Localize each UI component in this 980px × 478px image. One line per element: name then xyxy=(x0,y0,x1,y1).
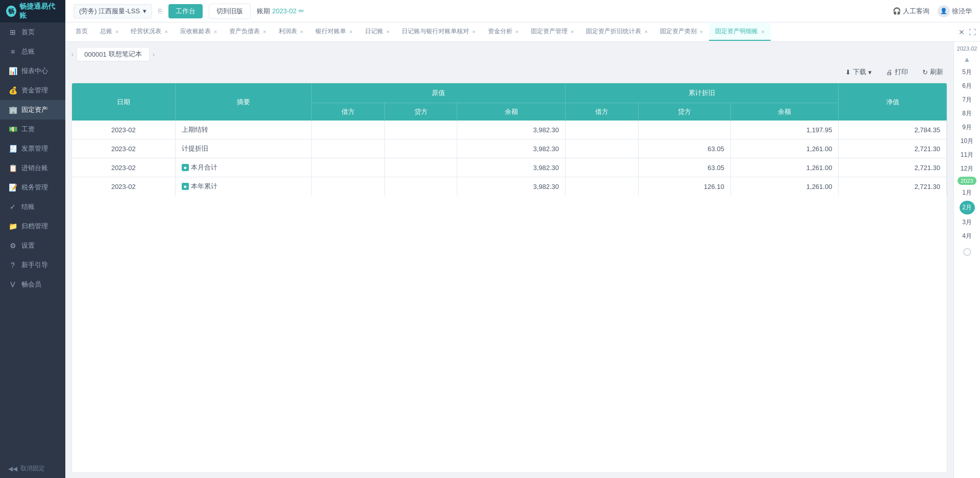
service-link[interactable]: 🎧 人工客询 xyxy=(893,7,929,16)
nav-prev-icon[interactable]: ‹ xyxy=(71,51,74,58)
refresh-button[interactable]: ↻ 刷新 xyxy=(918,65,947,79)
tab-balance-close[interactable]: × xyxy=(263,29,266,35)
asset-tab[interactable]: 000001 联想笔记本 xyxy=(77,47,149,61)
scroll-up-icon[interactable]: ▲ xyxy=(962,53,973,65)
tab-profit-close[interactable]: × xyxy=(300,29,303,35)
tab-fund-analysis-close[interactable]: × xyxy=(516,29,519,35)
sidebar-unfix-button[interactable]: ◀◀ 取消固定 xyxy=(0,459,65,478)
fund-icon: 💰 xyxy=(8,86,17,94)
tab-fixed-mgmt[interactable]: 固定资产管理 × xyxy=(525,23,580,41)
time-month-1[interactable]: 1月 xyxy=(954,186,980,200)
avatar: 👤 xyxy=(938,5,950,17)
sub-nav: ‹ 000001 联想笔记本 › xyxy=(71,47,947,61)
sidebar-item-home[interactable]: ⊞ 首页 xyxy=(0,22,65,42)
sidebar-item-member[interactable]: V 畅会员 xyxy=(0,275,65,294)
guide-icon: ? xyxy=(8,261,17,269)
topbar-right: 🎧 人工客询 👤 徐泾华 xyxy=(893,5,972,17)
tab-bank-journal[interactable]: 日记账与银行对账单核对 × xyxy=(396,23,481,41)
tab-journal-close[interactable]: × xyxy=(386,29,389,35)
time-month-10[interactable]: 10月 xyxy=(954,134,980,148)
tab-bank-journal-close[interactable]: × xyxy=(472,29,475,35)
tab-management-close[interactable]: × xyxy=(164,29,167,35)
tab-bank-journal-label: 日记账与银行对账单核对 xyxy=(402,27,469,36)
tab-fixed-depreciation[interactable]: 固定资产折旧统计表 × xyxy=(580,23,653,41)
print-button[interactable]: 🖨 打印 xyxy=(882,65,912,79)
tab-fixed-detail-close[interactable]: × xyxy=(761,29,764,35)
user-menu[interactable]: 👤 徐泾华 xyxy=(938,5,972,17)
sidebar-item-settings[interactable]: ⚙ 设置 xyxy=(0,236,65,255)
nav-next-icon[interactable]: › xyxy=(153,51,155,58)
cell-orig-credit xyxy=(384,121,457,139)
tab-fixed-depreciation-close[interactable]: × xyxy=(644,29,647,35)
time-month-7[interactable]: 7月 xyxy=(954,93,980,107)
switch-version-button[interactable]: 切到旧版 xyxy=(209,4,251,19)
sidebar-item-fund[interactable]: 💰 资金管理 xyxy=(0,81,65,100)
tab-profit[interactable]: 利润表 × xyxy=(273,23,309,41)
time-month-12[interactable]: 12月 xyxy=(954,162,980,176)
tab-receivable-close[interactable]: × xyxy=(214,29,217,35)
logo-text: 畅捷通易代账 xyxy=(19,2,59,20)
sidebar-item-salary[interactable]: 💵 工资 xyxy=(0,119,65,139)
cell-accum-balance: 1,261.00 xyxy=(730,158,839,177)
company-selector[interactable]: (劳务) 江西服量-LSS ▾ xyxy=(74,4,152,18)
tab-expand-icon[interactable]: ⛶ xyxy=(969,28,976,36)
tab-fixed-category[interactable]: 固定资产类别 × xyxy=(654,23,709,41)
sidebar-item-archive[interactable]: 📁 归档管理 xyxy=(0,217,65,236)
sidebar-item-label: 报表中心 xyxy=(21,66,48,76)
tab-close-all-icon[interactable]: ✕ xyxy=(959,28,965,36)
username: 徐泾华 xyxy=(952,7,972,16)
sidebar-item-fixed-asset[interactable]: 🏢 固定资产 xyxy=(0,100,65,119)
tab-fund-analysis[interactable]: 资金分析 × xyxy=(482,23,525,41)
tab-fixed-category-close[interactable]: × xyxy=(700,29,703,35)
cell-date: 2023-02 xyxy=(72,177,175,196)
cell-orig-debit xyxy=(312,139,385,158)
tab-bank[interactable]: 银行对账单 × xyxy=(309,23,358,41)
cell-accum-balance: 1,197.95 xyxy=(730,121,839,139)
time-month-5[interactable]: 5月 xyxy=(954,65,980,79)
sidebar-item-tax[interactable]: 📝 税务管理 xyxy=(0,178,65,197)
tab-journal[interactable]: 日记账 × xyxy=(359,23,396,41)
time-month-11[interactable]: 11月 xyxy=(954,148,980,162)
tab-home[interactable]: 首页 xyxy=(69,23,94,41)
copy-icon[interactable]: ⎘ xyxy=(158,7,162,15)
cell-net-value: 2,721.30 xyxy=(839,158,947,177)
tab-ledger[interactable]: 总账 × xyxy=(94,23,125,41)
tab-fixed-category-label: 固定资产类别 xyxy=(660,27,697,36)
tab-ledger-close[interactable]: × xyxy=(115,29,118,35)
sidebar-item-invoice[interactable]: 🧾 发票管理 xyxy=(0,139,65,158)
time-month-2[interactable]: 2月 xyxy=(960,201,975,214)
sidebar-item-purchase-sale[interactable]: 📋 进销台账 xyxy=(0,158,65,178)
time-month-8[interactable]: 8月 xyxy=(954,107,980,121)
cell-summary: ●本年累计 xyxy=(175,177,312,196)
sidebar-item-label: 首页 xyxy=(21,28,35,37)
cell-net-value: 2,784.35 xyxy=(839,121,947,139)
cell-accum-balance: 1,261.00 xyxy=(730,139,839,158)
cell-orig-credit xyxy=(384,177,457,196)
cell-net-value: 2,721.30 xyxy=(839,139,947,158)
archive-icon: 📁 xyxy=(8,222,17,230)
workbench-button[interactable]: 工作台 xyxy=(168,4,203,18)
sidebar-logo: 畅 畅捷通易代账 xyxy=(0,0,65,22)
time-month-6[interactable]: 6月 xyxy=(954,79,980,93)
sidebar-item-guide[interactable]: ? 新手引导 xyxy=(0,255,65,275)
sidebar-item-checkout[interactable]: ✓ 结账 xyxy=(0,197,65,217)
time-month-4[interactable]: 4月 xyxy=(954,229,980,243)
sidebar-item-report[interactable]: 📊 报表中心 xyxy=(0,61,65,81)
tab-fixed-mgmt-close[interactable]: × xyxy=(571,29,574,35)
scroll-down-icon[interactable]: ◯ xyxy=(961,245,973,257)
tab-fixed-detail[interactable]: 固定资产明细账 × xyxy=(709,23,770,41)
table-row: 2023-02 上期结转 3,982.30 1,197.95 2,784.35 xyxy=(72,121,947,139)
col-original-value: 原值 xyxy=(312,83,566,103)
tab-bank-close[interactable]: × xyxy=(349,29,352,35)
tab-balance[interactable]: 资产负债表 × xyxy=(223,23,272,41)
time-month-9[interactable]: 9月 xyxy=(954,121,980,134)
sidebar-item-ledger[interactable]: ≡ 总账 xyxy=(0,42,65,61)
time-month-3[interactable]: 3月 xyxy=(954,216,980,229)
tab-receivable[interactable]: 应收账龄表 × xyxy=(174,23,223,41)
period-edit-icon[interactable]: ✏ xyxy=(299,7,304,15)
tab-management[interactable]: 经营状况表 × xyxy=(125,23,174,41)
table-toolbar: ⬇ 下载 ▾ 🖨 打印 ↻ 刷新 xyxy=(71,65,947,79)
col-accum-credit: 贷方 xyxy=(638,103,730,121)
download-button[interactable]: ⬇ 下载 ▾ xyxy=(841,65,876,79)
unfix-icon: ◀◀ xyxy=(8,465,17,472)
